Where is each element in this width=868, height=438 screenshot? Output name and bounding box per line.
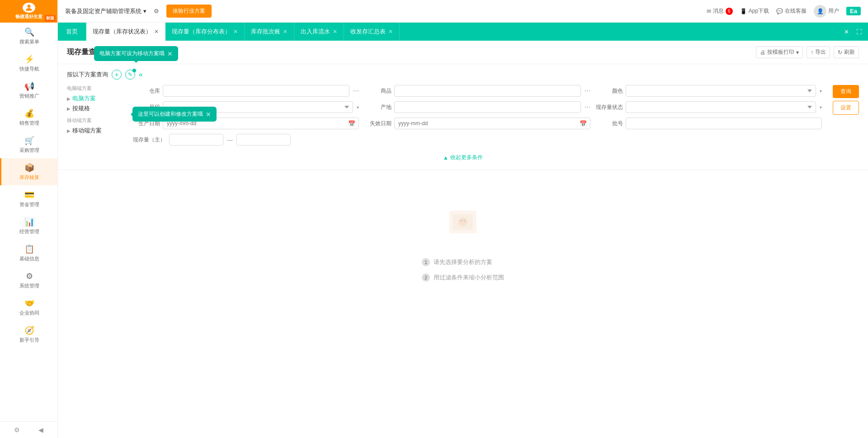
sidebar-collapse-btn[interactable]: ◀ [38,426,43,433]
origin-input-wrap [394,101,581,113]
scheme-desktop-label: 电脑方案 [72,94,96,103]
system-settings-btn[interactable]: ⚙ [150,5,163,18]
refresh-btn[interactable]: ↻ 刷新 [834,46,859,58]
filter-back-btn[interactable]: « [139,71,143,79]
sidebar-label-basic: 基础信息 [19,255,39,262]
scheme-spec-label: 按规格 [72,104,90,113]
online-support-btn[interactable]: 💬 在线客服 [776,7,807,15]
scheme-item-spec[interactable]: ▶ 按规格 [67,104,126,113]
tooltip1-close-btn[interactable]: ✕ [167,50,173,57]
tooltip-scheme-text: 电脑方案可设为移动方案哦 [99,50,165,57]
sidebar-bottom: ⚙ ◀ [0,421,57,438]
sidebar-item-quick-nav[interactable]: ⚡ 快捷导航 [0,50,57,77]
scheme-item-mobile[interactable]: ▶ 移动端方案 [67,126,126,136]
filter-edit-scheme-btn[interactable]: ✎ [125,70,135,80]
tab-receipt-summary[interactable]: 收发存汇总表 ✕ [344,23,400,41]
tab-in-out-flow-close[interactable]: ✕ [333,28,337,35]
header-left: 装备及固定资产辅助管理系统 ▾ ⚙ 体验行业方案 [65,5,212,18]
message-btn[interactable]: ✉ 消息 6 [707,7,733,15]
tab-in-out-flow[interactable]: 出入库流水 ✕ [294,23,344,41]
user-btn[interactable]: 👤 用户 [814,5,839,18]
sidebar-item-search[interactable]: 🔍 搜索菜单 [0,23,57,50]
print-btn[interactable]: 🖨 按模板打印 ▾ [756,46,803,58]
origin-input[interactable] [394,101,581,113]
expire-date-input[interactable] [394,118,590,129]
sidebar-settings-btn[interactable]: ⚙ [14,426,20,433]
sidebar-item-finance[interactable]: 💳 资金管理 [0,185,57,212]
tab-batch-ledger[interactable]: 库存批次账 ✕ [245,23,294,41]
finance-icon: 💳 [24,190,34,200]
tooltip2-close-btn[interactable]: ✕ [206,111,211,118]
filter-add-scheme-btn[interactable]: + [112,70,122,80]
sidebar-item-marketing[interactable]: 📢 营销推广 [0,77,57,104]
tab-batch-ledger-label: 库存批次账 [251,28,280,36]
tab-inventory-dist-close[interactable]: ✕ [233,28,238,35]
trial-btn[interactable]: 体验行业方案 [166,5,212,18]
filter-origin: 产地 ··· [364,101,590,113]
tab-fullscreen-btn[interactable]: ⛶ [854,26,864,37]
collapse-label: 收起更多条件 [450,154,483,161]
ea-badge: Ea [846,7,861,15]
search-icon: 🔍 [24,27,34,37]
sidebar-label-guide: 新手引导 [19,337,39,344]
page-container: 现存量查询（按仓库+商品） 🖨 按模板打印 ▾ ↑ 导出 ↻ 刷新 [58,41,868,438]
warehouse-dots[interactable]: ··· [353,87,359,95]
query-btn[interactable]: 查询 [833,85,859,98]
tab-home[interactable]: 首页 [58,23,86,41]
stock-status-dropdown-icon: ▾ [820,105,822,110]
inventory-icon: 📦 [24,163,34,173]
stock-qty-to-input[interactable] [236,134,291,146]
filter-color: 颜色 ▾ [596,85,822,97]
guide-icon: 🧭 [24,325,34,335]
sidebar-label-enterprise: 企业协同 [19,310,39,316]
stock-status-input-wrap [626,101,816,113]
stock-qty-from-input[interactable] [169,134,223,146]
tab-receipt-summary-close[interactable]: ✕ [388,28,393,35]
phone-icon: 📱 [740,8,747,14]
app-download-label: App下载 [749,7,769,15]
sidebar-item-guide[interactable]: 🧭 新手引导 [0,321,57,348]
empty-step-2: 2 用过滤条件来缩小分析范围 [422,273,504,282]
export-btn[interactable]: ↑ 导出 [807,46,830,58]
scheme-arrow-icon3: ▶ [67,128,71,133]
tab-inventory-status-close[interactable]: ✕ [154,28,159,35]
app-download-btn[interactable]: 📱 App下载 [740,7,769,15]
desktop-scheme-header: 电脑端方案 [67,85,126,92]
export-label: 导出 [815,48,826,56]
batch-input[interactable] [626,118,822,129]
collapse-filter-btn[interactable]: ▲ 收起更多条件 [67,151,859,164]
filter-main-row: 电脑端方案 ▶ 电脑方案 ▶ 按规格 移动端方案 ▶ 移动端方案 [67,85,859,147]
collapse-arrow-icon: ▲ [443,155,448,161]
sidebar-item-system[interactable]: ⚙ 系统管理 [0,267,57,294]
stock-status-select[interactable] [626,101,816,113]
warehouse-label: 仓库 [133,87,160,95]
origin-dots[interactable]: ··· [585,103,590,111]
color-select[interactable] [626,85,816,97]
sidebar-item-enterprise[interactable]: 🤝 企业协同 [0,294,57,321]
tab-close-all-btn[interactable]: ✕ [841,26,852,37]
scheme-item-desktop[interactable]: ▶ 电脑方案 [67,94,126,104]
tab-batch-ledger-close[interactable]: ✕ [283,28,288,35]
tab-inventory-status[interactable]: 现存量（库存状况表） ✕ [86,23,165,41]
svg-point-0 [27,5,30,8]
batch-input-wrap [626,118,822,129]
step-2-text: 用过滤条件来缩小分析范围 [434,273,504,282]
goods-input[interactable] [394,85,581,97]
message-label: 消息 [713,7,724,15]
sidebar-item-operation[interactable]: 📊 经营管理 [0,212,57,240]
home-tab-label: 首页 [66,28,78,36]
goods-dots[interactable]: ··· [585,87,590,95]
batch-label: 批号 [596,120,623,127]
empty-steps: 1 请先选择要分析的方案 2 用过滤条件来缩小分析范围 [422,258,504,285]
tab-inventory-dist[interactable]: 现存量（库存分布表） ✕ [165,23,245,41]
refresh-icon: ↻ [838,49,842,56]
tab-in-out-flow-label: 出入库流水 [301,28,330,36]
sidebar-item-purchase[interactable]: 🛒 采购管理 [0,131,57,158]
sidebar-item-sales[interactable]: 💰 销售管理 [0,104,57,131]
setup-btn[interactable]: 设置 [833,101,859,115]
sidebar-label-purchase: 采购管理 [19,147,39,154]
sidebar-item-basic[interactable]: 📋 基础信息 [0,240,57,267]
system-name-selector[interactable]: 装备及固定资产辅助管理系统 ▾ [65,7,146,15]
sidebar-item-inventory[interactable]: 📦 库存核算 [0,158,57,185]
warehouse-input[interactable] [163,85,349,97]
